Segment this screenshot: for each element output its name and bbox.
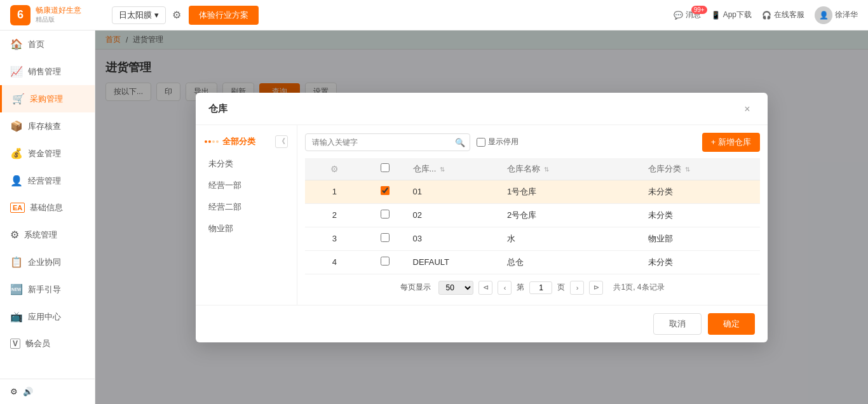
settings-icon[interactable]: ⚙ (172, 9, 181, 21)
table-panel: 🔍 显示停用 + 新增仓库 (297, 125, 768, 305)
app-center-icon: 📺 (10, 311, 23, 323)
th-warehouse-id[interactable]: 仓库... ⇅ (407, 158, 501, 180)
row-id: 01 (407, 180, 501, 203)
table-wrap: ⚙ 仓库... ⇅ (305, 158, 760, 274)
modal-close-button[interactable]: × (740, 102, 755, 117)
category-item-uncategorized[interactable]: 未分类 (196, 153, 297, 175)
row-seq: 1 (305, 180, 364, 203)
sales-icon: 📈 (10, 65, 23, 77)
settings-bottom-icon[interactable]: ⚙ (10, 387, 18, 396)
table-header-row: ⚙ 仓库... ⇅ (305, 158, 760, 180)
warehouse-table: ⚙ 仓库... ⇅ (305, 158, 760, 274)
sidebar-item-label: 系统管理 (24, 229, 57, 241)
row-checkbox-cell[interactable] (364, 180, 407, 203)
finance-icon: 💰 (10, 147, 23, 159)
app-download-item[interactable]: 📱 App下载 (711, 10, 752, 20)
store-selector[interactable]: 日太阳膜 ▾ (112, 6, 166, 24)
show-disabled-text: 显示停用 (488, 137, 519, 147)
category-all-label: 全部分类 (222, 136, 255, 147)
row-category: 未分类 (642, 203, 760, 227)
th-checkbox[interactable] (364, 158, 407, 180)
confirm-button[interactable]: 确定 (708, 313, 755, 335)
main-layout: 🏠 首页 📈 销售管理 🛒 采购管理 📦 库存核查 💰 资金管理 👤 经营管理 … (0, 30, 868, 404)
brand-name: 畅康道好生意 (36, 6, 81, 16)
search-icon[interactable]: 🔍 (455, 137, 465, 147)
sidebar-bottom: ⚙ 🔊 (0, 379, 95, 404)
user-item[interactable]: 👤 徐泽华 (815, 6, 858, 24)
customer-service-item[interactable]: 🎧 在线客服 (762, 10, 804, 20)
modal-header: 仓库 × (196, 93, 768, 125)
sidebar-item-basic-info[interactable]: EA 基础信息 (0, 194, 95, 221)
add-warehouse-button[interactable]: + 新增仓库 (702, 133, 760, 152)
table-row[interactable]: 3 03 水 物业部 (305, 227, 760, 250)
row-name: 总仓 (501, 250, 642, 274)
table-body: 1 01 1号仓库 未分类 2 (305, 180, 760, 274)
category-all-header[interactable]: 全部分类 《 (196, 130, 297, 153)
sidebar-item-enterprise[interactable]: 📋 企业协同 (0, 248, 95, 276)
chevron-down-icon: ▾ (154, 10, 159, 20)
select-all-checkbox[interactable] (381, 163, 390, 172)
basic-info-icon: EA (10, 203, 25, 213)
sidebar-item-finance[interactable]: 💰 资金管理 (0, 140, 95, 167)
sidebar-item-guide[interactable]: 🆕 新手引导 (0, 276, 95, 303)
category-item-operations2[interactable]: 经营二部 (196, 196, 297, 218)
page-word: 第 (517, 282, 524, 293)
sidebar-item-operations[interactable]: 👤 经营管理 (0, 167, 95, 194)
th-settings[interactable]: ⚙ (305, 158, 364, 180)
username: 徐泽华 (835, 10, 858, 20)
prev-page-btn[interactable]: ‹ (498, 281, 512, 295)
sidebar-item-system[interactable]: ⚙ 系统管理 (0, 221, 95, 248)
sidebar-item-member[interactable]: V 畅会员 (0, 330, 95, 357)
show-disabled-checkbox[interactable] (477, 138, 485, 147)
sidebar-item-app-center[interactable]: 📺 应用中心 (0, 303, 95, 330)
row-checkbox-cell[interactable] (364, 250, 407, 274)
category-panel: 全部分类 《 未分类 经营一部 经营二部 物业部 (196, 125, 297, 305)
row-name: 水 (501, 227, 642, 250)
next-page-btn[interactable]: › (570, 281, 584, 295)
cancel-button[interactable]: 取消 (653, 313, 702, 335)
sidebar-item-inventory[interactable]: 📦 库存核查 (0, 112, 95, 140)
category-item-property[interactable]: 物业部 (196, 218, 297, 239)
row-checkbox[interactable] (381, 186, 390, 195)
row-id: 02 (407, 203, 501, 227)
show-disabled-label[interactable]: 显示停用 (477, 137, 519, 147)
th-warehouse-category[interactable]: 仓库分类 ⇅ (642, 158, 760, 180)
volume-icon[interactable]: 🔊 (23, 387, 33, 396)
gear-icon: ⚙ (330, 164, 339, 174)
sidebar-item-home[interactable]: 🏠 首页 (0, 30, 95, 58)
sidebar-item-label: 资金管理 (28, 148, 61, 159)
table-row[interactable]: 2 02 2号仓库 未分类 (305, 203, 760, 227)
row-checkbox-cell[interactable] (364, 227, 407, 250)
customer-service-label: 在线客服 (774, 10, 804, 20)
page-input[interactable] (529, 281, 552, 294)
row-checkbox-cell[interactable] (364, 203, 407, 227)
first-page-btn[interactable]: ⊲ (478, 281, 492, 295)
logo-area: 6 畅康道好生意 精品版 (10, 5, 105, 25)
sidebar-item-purchase[interactable]: 🛒 采购管理 (0, 85, 95, 112)
row-checkbox[interactable] (381, 233, 390, 242)
modal-title: 仓库 (208, 103, 227, 115)
sort-icon: ⇅ (440, 166, 445, 173)
page-word2: 页 (557, 282, 565, 293)
trial-button[interactable]: 体验行业方案 (189, 6, 259, 25)
sidebar-item-sales[interactable]: 📈 销售管理 (0, 58, 95, 85)
row-checkbox[interactable] (381, 210, 390, 219)
row-checkbox[interactable] (381, 257, 390, 266)
row-name: 2号仓库 (501, 203, 642, 227)
app-download-label: App下载 (723, 10, 752, 20)
messages-item[interactable]: 💬 消息 99+ (674, 10, 701, 20)
content-area: 首页 / 进货管理 进货管理 按以下... 印 导出 刷新 查询 设置 仓库 × (95, 30, 868, 404)
per-page-select[interactable]: 50 20 100 (438, 281, 473, 295)
table-row[interactable]: 4 DEFAULT 总仓 未分类 (305, 250, 760, 274)
member-icon: V (10, 339, 20, 349)
category-item-operations1[interactable]: 经营一部 (196, 175, 297, 196)
th-warehouse-name[interactable]: 仓库名称 ⇅ (501, 158, 642, 180)
table-row[interactable]: 1 01 1号仓库 未分类 (305, 180, 760, 203)
search-input[interactable] (305, 133, 470, 151)
sidebar-item-label: 首页 (28, 39, 44, 50)
sort-icon: ⇅ (685, 166, 690, 173)
modal-overlay: 仓库 × 全部分类 (95, 30, 868, 404)
last-page-btn[interactable]: ⊳ (589, 281, 603, 295)
collapse-btn[interactable]: 《 (275, 135, 288, 148)
row-id: DEFAULT (407, 250, 501, 274)
